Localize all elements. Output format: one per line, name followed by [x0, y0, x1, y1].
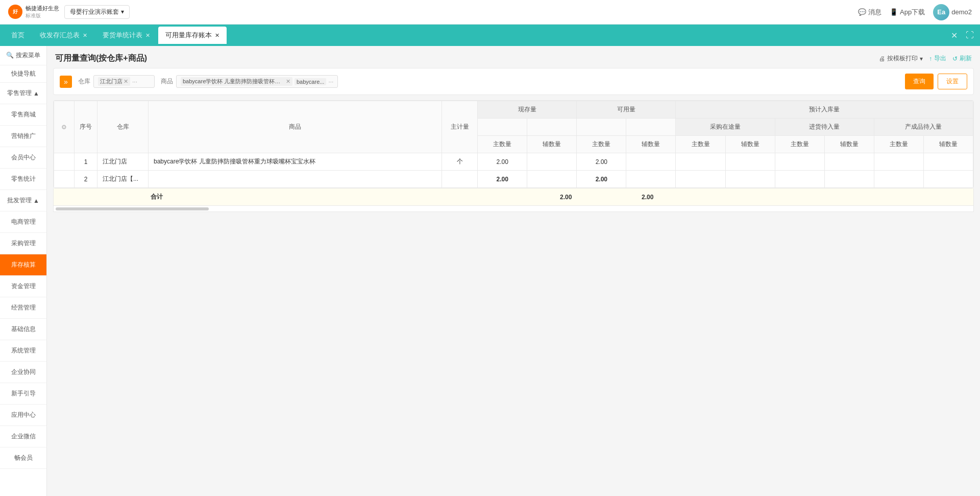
filter-area: » 仓库 江北门店 ✕ ··· 商品 babycare学饮杯 儿童防摔防撞吸管杯…	[53, 68, 974, 95]
tab-home-label: 首页	[11, 31, 24, 40]
warehouse-tag-close[interactable]: ✕	[124, 78, 128, 85]
cell-incoming-sub-2	[824, 171, 874, 188]
sidebar-item-wholesale[interactable]: 批发管理 ▲	[0, 190, 46, 211]
sidebar-newbie-label: 新手引导	[11, 389, 36, 398]
th-product-wait-label: 产成品待入量	[905, 123, 942, 130]
user-menu[interactable]: Ea demo2	[933, 4, 972, 20]
sidebar-item-retail-mgmt[interactable]: 零售管理 ▲	[0, 83, 46, 104]
th-stock-sub-label: 辅数量	[543, 140, 561, 148]
sidebar-item-corp-wechat[interactable]: 企业微信	[0, 426, 46, 447]
table-settings-icon[interactable]: ⚙	[61, 124, 67, 131]
tab-close-all-btn[interactable]: ✕	[949, 29, 960, 42]
query-button[interactable]: 查询	[905, 74, 934, 89]
logo-text: 畅捷通好生意	[26, 5, 59, 12]
summary-label: 合计	[151, 193, 524, 201]
tab-order-close[interactable]: ✕	[145, 32, 150, 39]
sidebar-item-retail-mall[interactable]: 零售商城	[0, 104, 46, 126]
tab-fullscreen-btn[interactable]: ⛶	[964, 29, 976, 42]
sidebar-item-member[interactable]: 会员中心	[0, 147, 46, 169]
sidebar-basic-info-label: 基础信息	[11, 325, 36, 334]
top-bar-right: 💬 消息 📱 App下载 Ea demo2	[858, 4, 972, 20]
th-product-wait-group: 产成品待入量	[874, 119, 973, 136]
tab-inventory[interactable]: 可用量库存账本 ✕	[158, 27, 227, 44]
cell-avail-main-2: 2.00	[577, 171, 626, 188]
sidebar-item-purchase[interactable]: 采购管理	[0, 233, 46, 254]
sidebar: 🔍 搜索菜单 快捷导航 零售管理 ▲ 零售商城 营销推广 会员中心 零售统计 批…	[0, 46, 47, 496]
sidebar-item-inventory-check[interactable]: 库存核算	[0, 254, 46, 276]
goods-filter-label: 商品	[161, 77, 173, 86]
goods-tag-1-close[interactable]: ✕	[286, 78, 290, 85]
sidebar-retail-mall-label: 零售商城	[11, 110, 36, 119]
tab-receive[interactable]: 收发存汇总表 ✕	[33, 27, 94, 44]
th-product-sub: 辅数量	[923, 136, 973, 153]
filter-toggle-btn[interactable]: »	[60, 76, 72, 88]
industry-select[interactable]: 母婴行业演示账套 ▾	[64, 5, 130, 19]
sidebar-search[interactable]: 🔍 搜索菜单	[0, 46, 46, 65]
cell-warehouse-1: 江北门店	[97, 153, 149, 171]
th-goods: 商品	[149, 101, 442, 153]
tab-inventory-close[interactable]: ✕	[215, 32, 219, 39]
sidebar-item-finance[interactable]: 资金管理	[0, 276, 46, 297]
sidebar-item-retail-stats[interactable]: 零售统计	[0, 169, 46, 190]
table-container: ⚙ 序号 仓库 商品 主计量	[53, 100, 974, 188]
goods-filter-more[interactable]: ···	[328, 78, 333, 85]
app-download-btn[interactable]: 📱 App下载	[890, 8, 925, 17]
cell-goods-2	[149, 171, 442, 188]
table-row: 2 江北门店【... 2.00 2.00	[54, 171, 973, 188]
sidebar-item-system[interactable]: 系统管理	[0, 340, 46, 362]
sidebar-item-newbie[interactable]: 新手引导	[0, 383, 46, 405]
chevron-icon-2: ▲	[33, 197, 39, 204]
th-available-group: 可用量	[577, 101, 676, 119]
print-btn[interactable]: 🖨 按模板打印 ▾	[879, 54, 923, 63]
settings-button[interactable]: 设置	[938, 74, 967, 89]
page-header: 可用量查询(按仓库+商品) 🖨 按模板打印 ▾ ↑ 导出 ↺ 刷新	[47, 46, 980, 68]
top-bar: 好 畅捷通好生意 标准版 母婴行业演示账套 ▾ 💬 消息 📱 App下载 Ea …	[0, 0, 980, 25]
cell-avail-main-1: 2.00	[577, 153, 626, 171]
warehouse-filter-more[interactable]: ···	[132, 78, 137, 85]
warehouse-tag: 江北门店 ✕	[98, 77, 130, 86]
sidebar-item-enterprise[interactable]: 企业协同	[0, 362, 46, 383]
goods-filter-value[interactable]: babycare学饮杯 儿童防摔防撞吸管杯重力球吸嘴杯宝宝水杯 ✕ babyca…	[176, 75, 338, 88]
message-label: 消息	[868, 8, 881, 17]
th-incoming-main-label: 主数量	[791, 140, 809, 148]
refresh-btn[interactable]: ↺ 刷新	[952, 54, 972, 63]
sidebar-quick-nav[interactable]: 快捷导航	[0, 65, 46, 83]
sidebar-item-operations[interactable]: 经营管理	[0, 297, 46, 319]
warehouse-filter-value[interactable]: 江北门店 ✕ ···	[93, 75, 155, 88]
tab-bar-actions: ✕ ⛶	[949, 29, 976, 42]
scroll-bar-container[interactable]	[53, 206, 974, 212]
cell-incoming-main-2	[775, 171, 824, 188]
th-settings: ⚙	[54, 101, 75, 153]
tab-order[interactable]: 要货单统计表 ✕	[95, 27, 157, 44]
export-btn[interactable]: ↑ 导出	[929, 54, 946, 63]
industry-label: 母婴行业演示账套	[70, 8, 119, 16]
warehouse-tag-text: 江北门店	[100, 78, 122, 85]
print-chevron: ▾	[920, 55, 923, 62]
sidebar-retail-mgmt-label: 零售管理 ▲	[7, 89, 39, 98]
mobile-icon: 📱	[890, 8, 898, 16]
cell-avail-sub-1	[626, 153, 676, 171]
cell-goods-1: babycare学饮杯 儿童防摔防撞吸管杯重力球吸嘴杯宝宝水杯	[149, 153, 442, 171]
sidebar-ecommerce-label: 电商管理	[11, 218, 36, 226]
scroll-thumb[interactable]	[56, 207, 209, 210]
sidebar-system-label: 系统管理	[11, 346, 36, 355]
sidebar-item-ecommerce[interactable]: 电商管理	[0, 211, 46, 233]
main-layout: 🔍 搜索菜单 快捷导航 零售管理 ▲ 零售商城 营销推广 会员中心 零售统计 批…	[0, 46, 980, 496]
sidebar-item-basic-info[interactable]: 基础信息	[0, 319, 46, 340]
sidebar-wholesale-label: 批发管理 ▲	[7, 196, 39, 205]
sidebar-item-vip[interactable]: 畅会员	[0, 447, 46, 469]
tab-home[interactable]: 首页	[4, 27, 32, 44]
search-icon: 🔍	[6, 52, 14, 59]
tab-receive-close[interactable]: ✕	[83, 32, 87, 39]
sidebar-item-app-center[interactable]: 应用中心	[0, 405, 46, 426]
goods-tag-2-text: babycare...	[297, 79, 324, 85]
goods-filter: 商品 babycare学饮杯 儿童防摔防撞吸管杯重力球吸嘴杯宝宝水杯 ✕ bab…	[161, 75, 338, 88]
cell-incoming-sub-1	[824, 153, 874, 171]
th-unit-label: 主计量	[451, 123, 469, 130]
th-stock-label: 现存量	[518, 106, 536, 113]
print-label: 按模板打印	[887, 54, 918, 63]
sidebar-item-marketing[interactable]: 营销推广	[0, 126, 46, 147]
message-btn[interactable]: 💬 消息	[858, 8, 881, 17]
th-purchase-sub-label: 辅数量	[741, 140, 760, 148]
th-warehouse: 仓库	[97, 101, 149, 153]
